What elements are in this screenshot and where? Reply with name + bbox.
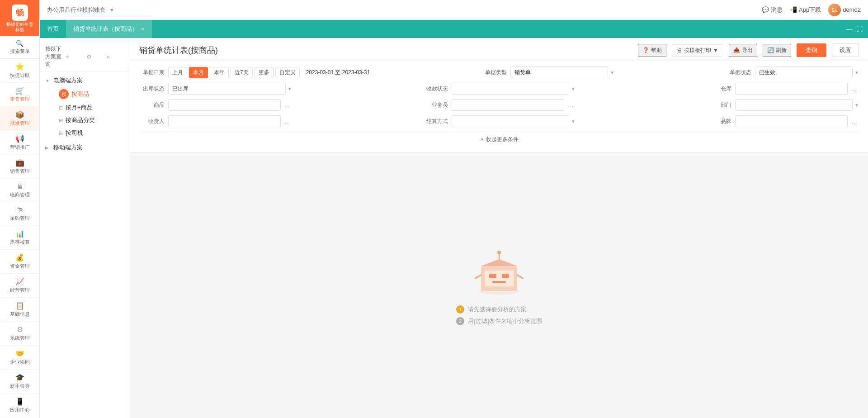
date-btn-lastmonth[interactable]: 上月 (168, 67, 187, 78)
staff-input[interactable] (452, 99, 564, 111)
print-icon: 🖨 (677, 47, 682, 53)
svg-marker-2 (481, 259, 517, 266)
sidebar-item-marketing[interactable]: 📢 营销推广 (0, 131, 39, 155)
export-btn[interactable]: 📤 导出 (729, 44, 757, 57)
help-btn[interactable]: ❓ 帮助 (638, 44, 666, 57)
page-title: 销货单统计表(按商品) (139, 45, 218, 56)
empty-state: 1 请先选择要分析的方案 2 用[过滤]条件来缩小分析范围 (130, 153, 868, 418)
tab-minimize-icon[interactable]: — (846, 25, 853, 33)
date-btn-7days[interactable]: 近7天 (231, 67, 253, 78)
tree-item-by-goods[interactable]: 按 按商品 (40, 87, 130, 101)
add-scheme-icon[interactable]: + (66, 53, 83, 60)
payment-input[interactable] (452, 115, 569, 127)
dept-input[interactable] (735, 99, 853, 111)
sidebar-item-newbie[interactable]: 🎓 新手引导 (0, 370, 39, 394)
industry-label: 办公用品行业模拟账套 (47, 6, 106, 14)
payment-label: 结算方式 (423, 118, 448, 125)
date-btn-thismonth[interactable]: 本月 (189, 67, 208, 78)
industry-dropdown-icon[interactable]: ▼ (109, 7, 114, 13)
page-actions: ❓ 帮助 🖨 按模板打印 ▼ 📤 导出 🔄 刷新 (638, 43, 859, 57)
sidebar: 畅 畅捷信好生意 标版 🔍 搜索菜单 ⭐ 快捷导航 🛒 零售管理 📦 批发管理 … (0, 0, 40, 418)
step-num-1: 1 (456, 305, 464, 314)
search-menu[interactable]: 🔍 搜索菜单 (0, 36, 39, 59)
topbar-right: 💬 消息 📲 App下载 Ea demo2 (762, 4, 861, 16)
doc-status-input[interactable] (755, 66, 853, 78)
collapse-panel-icon[interactable]: « (107, 53, 124, 60)
out-status-dropdown-icon[interactable]: ▼ (288, 86, 292, 91)
filter-row-1: 单据日期 上月 本月 本年 近7天 更多 自定义 2023-03-01 至 20… (139, 66, 859, 78)
date-btn-more[interactable]: 更多 (255, 67, 274, 78)
goods-input[interactable] (168, 99, 281, 111)
sidebar-item-finance[interactable]: 💰 资金管理 (0, 250, 39, 274)
sidebar-item-wholesale[interactable]: 📦 批发管理 (0, 107, 39, 131)
filter-row-2: 出库状态 ▼ 收款状态 ▼ 仓库 … (139, 83, 859, 95)
out-status-input[interactable] (168, 83, 286, 95)
message-btn[interactable]: 💬 消息 (762, 6, 783, 14)
tree-mobile-section[interactable]: ▶ 移动端方案 (40, 141, 130, 154)
settings-btn[interactable]: 设置 (832, 43, 859, 57)
topbar: 办公用品行业模拟账套 ▼ 💬 消息 📲 App下载 Ea demo2 (40, 0, 868, 20)
doc-type-dropdown-icon[interactable]: ▼ (610, 70, 614, 75)
app-logo: 畅 畅捷信好生意 标版 (0, 0, 40, 36)
receiver-input[interactable] (168, 115, 281, 127)
sidebar-item-enterprise[interactable]: 🤝 企业协同 (0, 346, 39, 370)
goods-more-icon[interactable]: … (283, 102, 292, 109)
tab-sales-stat[interactable]: 销货单统计表（按商品） ✕ (66, 20, 152, 38)
mobile-section-toggle: ▶ (45, 145, 51, 150)
query-btn[interactable]: 查询 (797, 43, 826, 57)
refresh-btn[interactable]: 🔄 刷新 (763, 44, 791, 57)
tabbar-actions: — ⛶ (841, 20, 868, 38)
doc-status-dropdown-icon[interactable]: ▼ (854, 70, 859, 75)
sidebar-item-system[interactable]: ⚙ 系统管理 (0, 322, 39, 346)
tab-home[interactable]: 首页 (40, 20, 66, 38)
filter-area: 单据日期 上月 本月 本年 近7天 更多 自定义 2023-03-01 至 20… (130, 61, 868, 153)
active-scheme-dot: 按 (59, 89, 69, 99)
left-panel: 按以下方案查询 + ⚙ « ▼ 电脑端方案 按 按商品 ⊞ 按月+商品 (40, 38, 130, 418)
sidebar-item-sales[interactable]: 💼 销售管理 (0, 155, 39, 179)
user-avatar: Ea (828, 4, 841, 16)
sidebar-item-ecom[interactable]: 🖥 电商管理 (0, 179, 39, 202)
sidebar-item-basic[interactable]: 📋 基础信息 (0, 298, 39, 322)
sidebar-item-operation[interactable]: 📈 经营管理 (0, 274, 39, 298)
brand-input[interactable] (735, 115, 848, 127)
brand-more-icon[interactable]: … (849, 118, 859, 125)
doc-type-input[interactable] (510, 66, 609, 78)
collect-status-input[interactable] (452, 83, 569, 95)
tree-item-by-printer[interactable]: ⊞ 按司机 (40, 127, 130, 139)
receiver-more-icon[interactable]: … (283, 118, 292, 125)
payment-dropdown-icon[interactable]: ▼ (571, 119, 576, 124)
collect-status-label: 收款状态 (423, 85, 448, 93)
tab-close-icon[interactable]: ✕ (141, 26, 145, 32)
tree-pc-section[interactable]: ▼ 电脑端方案 (40, 74, 130, 87)
sidebar-item-retail[interactable]: 🛒 零售管理 (0, 83, 39, 107)
staff-more-icon[interactable]: … (566, 102, 576, 109)
goods-label: 商品 (139, 101, 165, 109)
warehouse-input[interactable] (735, 83, 848, 95)
empty-steps: 1 请先选择要分析的方案 2 用[过滤]条件来缩小分析范围 (456, 305, 542, 325)
template-print-btn[interactable]: 🖨 按模板打印 ▼ (672, 44, 723, 57)
settings-scheme-icon[interactable]: ⚙ (86, 53, 104, 60)
tab-expand-icon[interactable]: ⛶ (856, 25, 863, 33)
quick-nav[interactable]: ⭐ 快捷导航 (0, 59, 39, 83)
warehouse-label: 仓库 (706, 85, 731, 93)
user-profile-btn[interactable]: Ea demo2 (828, 4, 861, 16)
pc-section-toggle: ▼ (45, 78, 51, 83)
refresh-icon: 🔄 (767, 47, 774, 53)
right-content: 销货单统计表(按商品) ❓ 帮助 🖨 按模板打印 ▼ 📤 导出 (130, 38, 868, 418)
warehouse-more-icon[interactable]: … (849, 86, 859, 92)
sidebar-item-inventory[interactable]: 📊 库存核算 (0, 226, 39, 250)
message-icon: 💬 (762, 6, 769, 13)
doc-type-label: 单据类型 (481, 69, 507, 76)
tree-item-by-goods-cat[interactable]: ⊞ 按商品分类 (40, 114, 130, 127)
date-btn-thisyear[interactable]: 本年 (210, 67, 229, 78)
template-dropdown-icon: ▼ (713, 47, 718, 53)
dept-dropdown-icon[interactable]: ▼ (854, 103, 859, 108)
sidebar-item-purchase[interactable]: 🛍 采购管理 (0, 202, 39, 226)
date-btn-custom[interactable]: 自定义 (275, 67, 300, 78)
collect-status-dropdown-icon[interactable]: ▼ (571, 86, 576, 91)
collapse-bar[interactable]: ∧ 收起更多条件 (139, 132, 859, 147)
tree-item-by-month-goods[interactable]: ⊞ 按月+商品 (40, 101, 130, 114)
brand-label: 品牌 (706, 118, 731, 125)
app-download-btn[interactable]: 📲 App下载 (790, 6, 821, 14)
sidebar-item-appstore[interactable]: 📱 应用中心 (0, 394, 39, 418)
